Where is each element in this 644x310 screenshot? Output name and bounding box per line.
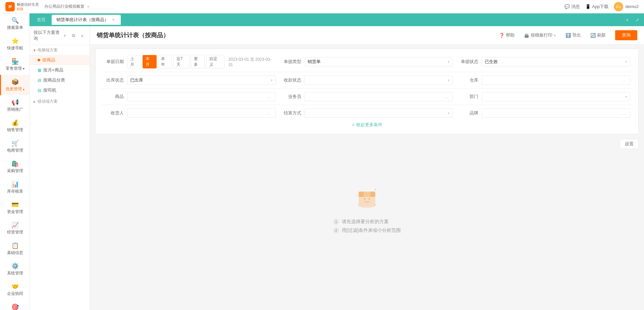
export-button[interactable]: ⬆️ 导出 (563, 31, 584, 40)
tab-close-button[interactable]: × (623, 16, 631, 24)
svg-text:✦: ✦ (374, 188, 377, 191)
sidebar-item-ecommerce[interactable]: 🛒 电商管理 (0, 136, 29, 157)
goods-select[interactable]: … (127, 92, 276, 101)
staff-select[interactable]: … (305, 92, 453, 101)
user-menu[interactable]: Ea demo2 (614, 2, 639, 11)
refresh-button[interactable]: 🔄 刷新 (588, 31, 608, 40)
doc-status-select[interactable]: 已生效 ▾ (482, 57, 630, 66)
system-icon: ⚙️ (2, 262, 28, 270)
app-download-button[interactable]: 📱 App下载 (585, 4, 608, 10)
sidebar-item-guide[interactable]: 🎯 新手引导 (0, 300, 29, 310)
brand-label: 品牌 (458, 110, 482, 116)
sidebar-item-inventory[interactable]: 📊 库存核算 (0, 177, 29, 198)
goods-dots-icon[interactable]: … (265, 94, 273, 99)
tab-bar: 首页 销货单统计计表（按商品） × × ⤢ (30, 13, 644, 26)
tree-item-by-category[interactable]: ▤ 按商品分类 (30, 75, 90, 85)
brand-select[interactable]: … (482, 108, 630, 118)
query-button[interactable]: 查询 (615, 30, 637, 40)
scheme-settings-button[interactable]: ⚙ (70, 32, 77, 39)
date-pill-last-month[interactable]: 上月 (127, 55, 141, 68)
dropdown-arrow-icon[interactable]: ▾ (87, 4, 89, 9)
wholesale-icon: 📦 (2, 78, 28, 86)
consignee-label: 收货人 (104, 110, 127, 116)
topbar-right: 💬 消息 📱 App下载 Ea demo2 (565, 2, 639, 11)
empty-step-2: 2 用[过滤]条件来缩小分析范围 (333, 227, 401, 234)
brand-dots-icon[interactable]: … (620, 110, 627, 116)
collapse-filters-button[interactable]: ∧ 收起更多条件 (101, 120, 633, 130)
tree-item-by-cashier[interactable]: ▤ 按司机 (30, 85, 90, 95)
sidebar-item-finance[interactable]: 💳 资金管理 (0, 198, 29, 218)
doc-type-select[interactable]: 销货单 ▾ (305, 57, 453, 66)
staff-dots-icon[interactable]: … (442, 94, 450, 99)
out-status-select[interactable]: 已出库 ▾ (127, 75, 276, 85)
sidebar-item-sales[interactable]: 💰 销售管理 (0, 116, 29, 136)
tree-item-by-product[interactable]: 按商品 (30, 55, 90, 65)
guide-icon: 🎯 (2, 303, 28, 310)
tree-group-mobile[interactable]: ▸ 移动端方案 (30, 97, 90, 106)
sidebar-item-enterprise[interactable]: 🤝 企业协同 (0, 279, 29, 300)
sidebar-item-retail[interactable]: 🏪 零售管理 ▾ (0, 54, 29, 75)
date-options: 上月 本月 本年 近7天 更多 自定义 2023-03-01 至 2023-03… (127, 55, 276, 68)
tab-bar-right: × ⤢ (623, 16, 641, 24)
empty-state: ✦ ✦ 1 请先选择要分析的方案 2 用[过滤]条件来缩小分析范围 (95, 153, 639, 263)
chevron-up-icon: ▴ (23, 87, 24, 91)
date-pill-custom[interactable]: 自定义 (206, 55, 224, 68)
sidebar-item-purchase[interactable]: 🛍️ 采购管理 (0, 157, 29, 177)
sidebar-item-operations[interactable]: 📈 经营管理 (0, 218, 29, 239)
page-actions: ❓ 帮助 🖨️ 按模板打印 ▾ ⬆️ 导出 (496, 30, 637, 40)
divider-1 (101, 72, 633, 72)
print-icon: 🖨️ (524, 33, 529, 38)
topbar-left: 好 畅捷信好生意 标版 办公用品行业模拟账套 ▾ (5, 2, 89, 11)
help-button[interactable]: ❓ 帮助 (496, 31, 517, 40)
payment-select[interactable]: ▾ (305, 108, 453, 118)
empty-steps: 1 请先选择要分析的方案 2 用[过滤]条件来缩小分析范围 (333, 219, 401, 236)
sidebar-item-marketing[interactable]: 📢 营销推广 (0, 95, 29, 116)
payment-label: 结算方式 (281, 110, 305, 116)
settings-button[interactable]: 设置 (620, 139, 639, 149)
finance-icon: 💳 (2, 201, 28, 208)
tab-expand-button[interactable]: ⤢ (633, 16, 641, 24)
date-pill-this-year[interactable]: 本年 (158, 55, 172, 68)
table-icon-cashier: ▤ (38, 88, 41, 93)
sidebar-item-wholesale[interactable]: 📦 批发管理 ▴ (0, 75, 29, 95)
panel-header-actions: + ⚙ « (61, 32, 86, 39)
filter-cell-doc-type: 单据类型 销货单 ▾ (278, 55, 456, 68)
date-pill-more[interactable]: 更多 (191, 55, 205, 68)
sidebar-item-quick-nav[interactable]: ⭐ 快捷导航 (0, 34, 29, 54)
filter-cell-doc-status: 单据状态 已生效 ▾ (455, 55, 633, 68)
sidebar-item-basic-info[interactable]: 📋 基础信息 (0, 239, 29, 259)
receipt-status-select[interactable]: ▾ (305, 75, 453, 85)
warehouse-dots-icon[interactable]: … (620, 78, 627, 83)
logo-area: 好 畅捷信好生意 标版 (5, 2, 39, 11)
collapse-panel-button[interactable]: « (79, 32, 86, 39)
date-pill-this-month[interactable]: 本月 (143, 55, 157, 68)
filter-row-2: 出库状态 已出库 ▾ 收款状态 (101, 73, 633, 87)
filter-box: 单据日期 上月 本月 本年 近7天 更多 自定义 2023-03-01 至 20… (95, 49, 639, 134)
filter-cell-dept: 部门 ▾ (455, 90, 633, 103)
tab-active[interactable]: 销货单统计计表（按商品） × (52, 15, 121, 25)
tab-home[interactable]: 首页 (32, 15, 50, 25)
page-title: 销货单统计计表（按商品） (97, 31, 169, 39)
table-icon-category: ▤ (38, 78, 41, 83)
left-panel: 按以下方案查询 + ⚙ « ▾ 电脑端方案 按商品 (30, 26, 90, 310)
tab-close-icon[interactable]: × (111, 17, 116, 22)
consignee-dots-icon[interactable]: … (265, 110, 273, 116)
consignee-select[interactable]: … (127, 108, 276, 118)
date-pill-7days[interactable]: 近7天 (173, 55, 190, 68)
sidebar-item-system[interactable]: ⚙️ 系统管理 (0, 259, 29, 279)
staff-label: 业务员 (281, 94, 305, 100)
message-button[interactable]: 💬 消息 (565, 4, 580, 10)
date-range-text: 2023-03-01 至 2023-03-31 (228, 57, 276, 67)
tree-group-pc[interactable]: ▾ 电脑端方案 (30, 45, 90, 55)
dept-select[interactable]: ▾ (482, 92, 630, 101)
add-scheme-button[interactable]: + (61, 32, 68, 39)
warehouse-select[interactable]: … (482, 75, 630, 85)
print-button[interactable]: 🖨️ 按模板打印 ▾ (521, 31, 559, 40)
receipt-status-arrow-icon: ▾ (448, 78, 450, 83)
filter-cell-payment: 结算方式 ▾ (278, 106, 456, 120)
help-icon: ❓ (499, 33, 504, 38)
sidebar-item-search-menu[interactable]: 🔍 搜索菜单 (0, 13, 29, 34)
warehouse-label: 仓库 (458, 77, 482, 83)
expand-icon: ⤢ (636, 17, 639, 22)
tree-item-by-month-product[interactable]: ▦ 按月+商品 (30, 65, 90, 75)
